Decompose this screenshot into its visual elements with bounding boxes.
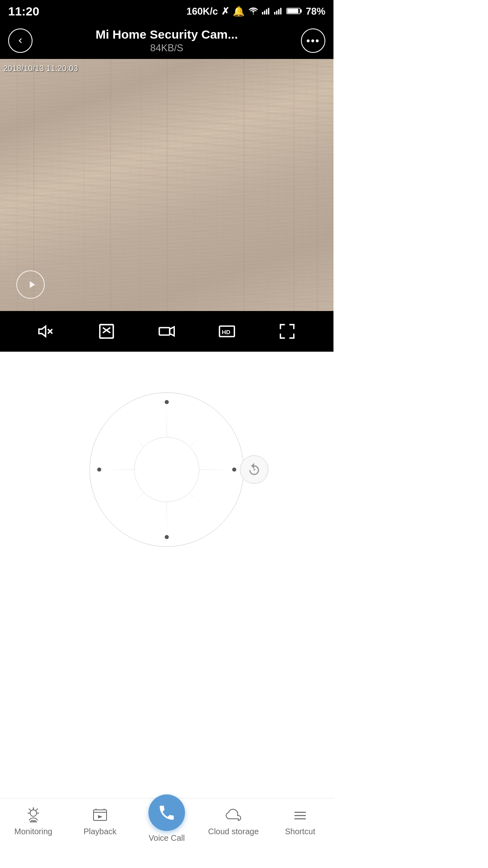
- data-rate: 84KB/S: [33, 42, 301, 54]
- nav-item-playback[interactable]: Playback: [67, 803, 133, 836]
- svg-rect-1: [264, 10, 265, 14]
- mute-button[interactable]: [33, 318, 59, 344]
- svg-rect-7: [280, 8, 281, 15]
- svg-marker-26: [170, 327, 174, 336]
- header-title-area: Mi Home Security Cam... 84KB/S: [33, 28, 301, 54]
- nav-label-shortcut: Shortcut: [285, 827, 315, 836]
- svg-marker-29: [254, 468, 256, 471]
- svg-rect-9: [300, 9, 302, 13]
- screenshot-button[interactable]: [94, 318, 120, 344]
- bottom-nav: Monitoring Playback Voice Call Cloud sto…: [0, 798, 333, 868]
- battery-icon: [286, 6, 303, 17]
- more-options-button[interactable]: •••: [301, 28, 325, 53]
- svg-rect-25: [159, 328, 170, 335]
- replay-button[interactable]: [240, 455, 268, 484]
- nav-item-cloudstorage[interactable]: Cloud storage: [200, 803, 267, 836]
- svg-rect-0: [262, 12, 263, 15]
- nav-label-cloudstorage: Cloud storage: [208, 827, 259, 836]
- header: Mi Home Security Cam... 84KB/S •••: [0, 22, 333, 59]
- svg-rect-3: [268, 8, 269, 15]
- wifi-icon: [248, 6, 259, 17]
- svg-text:HD: HD: [222, 329, 230, 335]
- back-button[interactable]: [8, 28, 33, 53]
- dpad-dot-up: [165, 400, 169, 404]
- svg-rect-39: [94, 810, 107, 820]
- dpad-inner[interactable]: [134, 437, 199, 502]
- status-time: 11:20: [8, 4, 39, 18]
- svg-line-33: [36, 809, 38, 811]
- nav-item-shortcut[interactable]: Shortcut: [267, 803, 333, 836]
- svg-rect-4: [274, 12, 275, 15]
- svg-rect-10: [287, 9, 298, 13]
- voice-call-fab[interactable]: [148, 794, 185, 831]
- svg-marker-11: [39, 326, 46, 337]
- dpad-dot-right: [232, 468, 236, 472]
- video-feed[interactable]: 2018/10/13 11:20:03: [0, 59, 333, 311]
- svg-point-30: [30, 810, 37, 816]
- signal-icon1: [262, 6, 271, 17]
- svg-rect-2: [266, 9, 267, 14]
- nav-label-playback: Playback: [83, 827, 116, 836]
- directional-pad[interactable]: [89, 392, 244, 547]
- record-button[interactable]: [154, 318, 180, 344]
- svg-line-32: [29, 809, 31, 811]
- dpad-circle[interactable]: [89, 392, 244, 547]
- video-timestamp: 2018/10/13 11:20:03: [3, 64, 78, 73]
- status-bar: 11:20 160K/c ✗ 🔔: [0, 0, 333, 22]
- nav-item-voicecall[interactable]: Voice Call: [133, 803, 200, 843]
- fullscreen-button[interactable]: [274, 318, 300, 344]
- network-speed: 160K/c: [187, 6, 218, 17]
- status-right: 160K/c ✗ 🔔: [187, 6, 325, 17]
- main-content: [0, 352, 333, 718]
- svg-rect-14: [100, 325, 113, 338]
- bluetooth-icon: ✗: [221, 6, 229, 17]
- video-play-button[interactable]: [16, 270, 45, 299]
- alarm-icon: 🔔: [233, 6, 245, 17]
- video-controls-bar: HD: [0, 311, 333, 352]
- svg-rect-6: [278, 9, 279, 14]
- signal-icon2: [274, 6, 283, 17]
- nav-label-monitoring: Monitoring: [14, 827, 52, 836]
- dpad-dot-down: [165, 535, 169, 539]
- svg-rect-5: [276, 10, 277, 14]
- hd-button[interactable]: HD: [214, 318, 240, 344]
- nav-item-monitoring[interactable]: Monitoring: [0, 803, 67, 836]
- dpad-dot-left: [97, 468, 101, 472]
- battery-percent: 78%: [306, 6, 325, 17]
- camera-name: Mi Home Security Cam...: [33, 28, 301, 41]
- nav-label-voicecall: Voice Call: [149, 833, 185, 843]
- ellipsis-icon: •••: [306, 35, 320, 47]
- svg-marker-43: [98, 815, 102, 818]
